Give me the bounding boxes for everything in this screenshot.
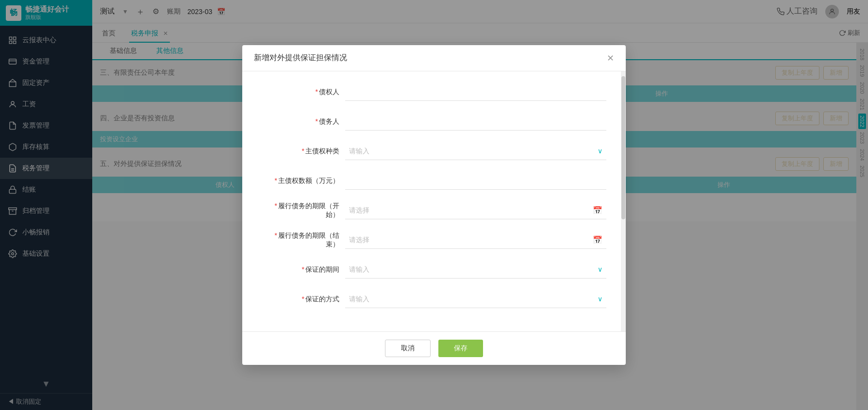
debt-type-label: *主债权种类 [262,147,339,156]
guarantee-method-dropdown-icon[interactable]: ∨ [594,295,606,303]
debt-type-dropdown-icon[interactable]: ∨ [594,147,606,155]
modal-header: 新增对外提供保证担保情况 ✕ [242,45,626,71]
modal-scrollbar-track [621,71,626,331]
cancel-button[interactable]: 取消 [385,340,431,357]
period-start-calendar-icon[interactable]: 📅 [589,206,606,215]
period-start-label: *履行债务的期限（开始） [262,202,339,219]
guarantee-period-input-wrap[interactable]: ∨ [345,261,606,279]
debtor-input[interactable] [345,113,606,130]
modal-footer: 取消 保存 [242,331,626,365]
guarantee-period-input[interactable] [345,261,594,278]
form-group-period-end: *履行债务的期限（结束） 📅 [262,231,606,249]
modal-close-button[interactable]: ✕ [607,54,614,63]
period-start-input[interactable] [345,201,589,219]
form-group-creditor: *债权人 [262,83,606,101]
debt-amount-input-wrap [345,172,606,190]
modal-scrollbar-thumb[interactable] [621,76,625,219]
save-button[interactable]: 保存 [438,340,483,357]
form-group-guarantee-period: *保证的期间 ∨ [262,261,606,279]
modal-overlay: 新增对外提供保证担保情况 ✕ *债权人 *债务人 [0,0,868,410]
debtor-input-wrap [345,113,606,131]
creditor-label: *债权人 [262,88,339,97]
guarantee-method-label: *保证的方式 [262,295,339,304]
period-end-input[interactable] [345,231,589,248]
debt-amount-input[interactable] [345,172,606,189]
period-end-input-wrap[interactable]: 📅 [345,231,606,249]
debt-type-input-wrap[interactable]: ∨ [345,142,606,160]
modal-body: *债权人 *债务人 *主债权种类 [242,71,626,331]
guarantee-method-input[interactable] [345,290,594,308]
debt-amount-label: *主债权数额（万元） [262,177,339,185]
modal-title: 新增对外提供保证担保情况 [254,53,347,63]
creditor-input-wrap [345,83,606,101]
form-group-guarantee-method: *保证的方式 ∨ [262,290,606,308]
guarantee-method-input-wrap[interactable]: ∨ [345,290,606,308]
debt-type-input[interactable] [345,142,594,160]
period-end-calendar-icon[interactable]: 📅 [589,235,606,245]
modal-dialog: 新增对外提供保证担保情况 ✕ *债权人 *债务人 [242,45,626,365]
form-group-debtor: *债务人 [262,113,606,131]
period-start-input-wrap[interactable]: 📅 [345,201,606,219]
debtor-label: *债务人 [262,117,339,126]
creditor-input[interactable] [345,83,606,100]
guarantee-period-dropdown-icon[interactable]: ∨ [594,265,606,273]
guarantee-period-label: *保证的期间 [262,265,339,274]
form-group-debt-amount: *主债权数额（万元） [262,172,606,190]
period-end-label: *履行债务的期限（结束） [262,231,339,249]
form-group-debt-type: *主债权种类 ∨ [262,142,606,160]
form-group-period-start: *履行债务的期限（开始） 📅 [262,201,606,219]
